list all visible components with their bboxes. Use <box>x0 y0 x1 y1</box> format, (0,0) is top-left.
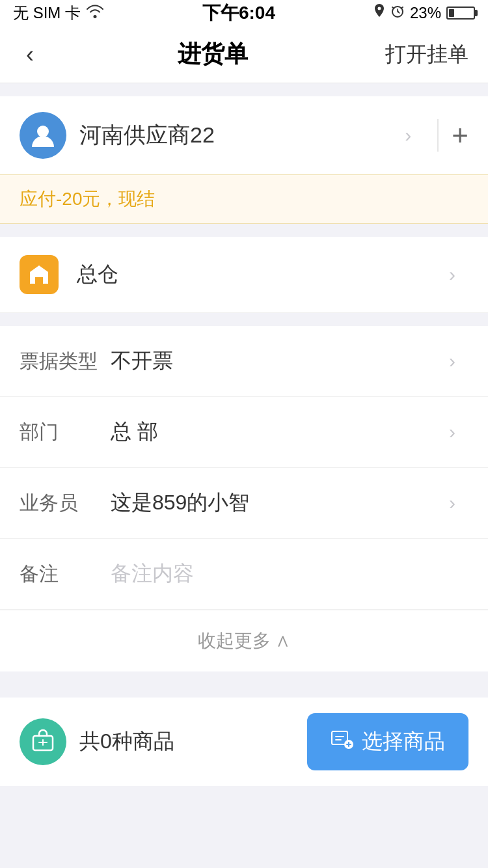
carrier-label: 无 SIM 卡 <box>13 3 81 23</box>
product-icon-bg <box>20 718 66 765</box>
salesperson-label: 业务员 <box>20 490 111 517</box>
notice-text: 应付-20元，现结 <box>20 189 155 209</box>
wifi-icon <box>86 4 104 22</box>
status-bar: 无 SIM 卡 下午6:04 23% <box>0 0 488 26</box>
section-gap-3 <box>0 313 488 326</box>
status-time: 下午6:04 <box>202 1 275 25</box>
section-gap-2 <box>0 224 488 237</box>
department-label: 部门 <box>20 419 111 446</box>
section-gap-1 <box>0 83 488 96</box>
nav-bar: ‹ 进货单 打开挂单 <box>0 26 488 83</box>
product-count-label: 共0种商品 <box>79 727 294 756</box>
invoice-type-label: 票据类型 <box>20 348 111 375</box>
page-bg <box>0 786 488 868</box>
remark-placeholder: 备注内容 <box>111 560 468 588</box>
department-chevron-icon: › <box>449 421 455 443</box>
location-icon <box>373 4 385 22</box>
invoice-type-chevron-icon: › <box>449 350 455 372</box>
supplier-chevron-icon: › <box>405 124 411 146</box>
salesperson-chevron-icon: › <box>449 492 455 514</box>
supplier-avatar <box>20 112 66 159</box>
warehouse-row[interactable]: 总仓 › <box>0 237 488 313</box>
select-product-button[interactable]: 选择商品 <box>307 713 468 770</box>
supplier-row[interactable]: 河南供应商22 › + <box>0 96 488 174</box>
warehouse-icon-bg <box>20 255 59 294</box>
bottom-section: 共0种商品 选择商品 <box>0 698 488 786</box>
invoice-type-row[interactable]: 票据类型 不开票 › <box>0 326 488 397</box>
battery-icon <box>446 7 475 20</box>
page-title: 进货单 <box>178 38 248 70</box>
select-product-icon <box>331 728 354 755</box>
supplier-section: 河南供应商22 › + 应付-20元，现结 <box>0 96 488 224</box>
section-gap-4 <box>0 671 488 685</box>
divider <box>437 119 439 152</box>
select-product-label: 选择商品 <box>362 727 445 756</box>
alarm-icon <box>390 4 405 22</box>
back-button[interactable]: ‹ <box>20 34 40 75</box>
department-value: 总 部 <box>111 418 449 446</box>
warehouse-name: 总仓 <box>77 260 449 289</box>
remark-row[interactable]: 备注 备注内容 <box>0 539 488 610</box>
open-pending-button[interactable]: 打开挂单 <box>385 40 468 69</box>
collapse-row[interactable]: 收起更多 ∧ <box>0 610 488 671</box>
supplier-name: 河南供应商22 <box>79 120 405 150</box>
department-row[interactable]: 部门 总 部 › <box>0 397 488 468</box>
battery-percentage: 23% <box>410 4 441 22</box>
status-left: 无 SIM 卡 <box>13 3 104 23</box>
collapse-label: 收起更多 ∧ <box>198 629 291 653</box>
notice-bar: 应付-20元，现结 <box>0 174 488 224</box>
warehouse-chevron-icon: › <box>449 264 455 286</box>
salesperson-row[interactable]: 业务员 这是859的小智 › <box>0 468 488 539</box>
status-right: 23% <box>373 4 475 22</box>
svg-point-1 <box>37 126 49 137</box>
salesperson-value: 这是859的小智 <box>111 489 449 517</box>
add-button[interactable]: + <box>452 121 468 150</box>
form-section: 票据类型 不开票 › 部门 总 部 › 业务员 这是859的小智 › 备注 备注… <box>0 326 488 671</box>
remark-label: 备注 <box>20 561 111 588</box>
invoice-type-value: 不开票 <box>111 347 449 375</box>
